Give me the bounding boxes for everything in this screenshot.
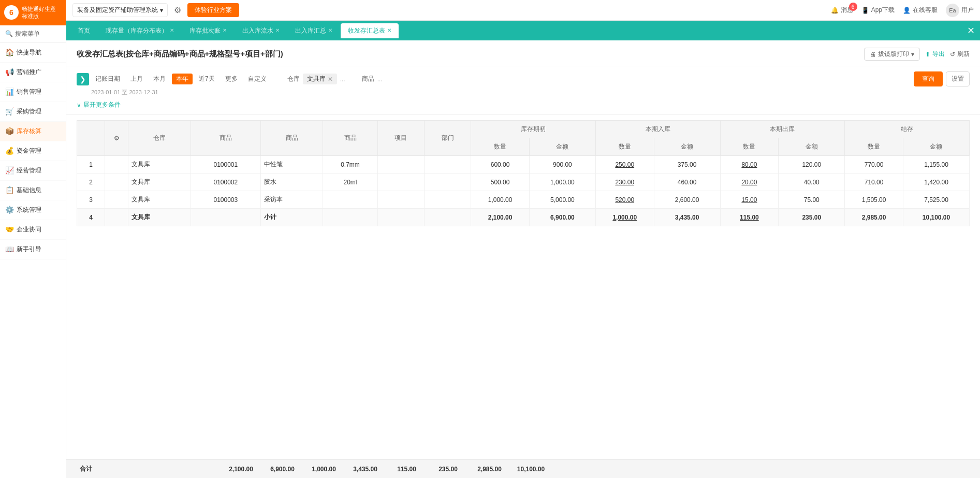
tab-in-out-flow-close[interactable]: ✕ — [275, 28, 280, 33]
sidebar-item-purchase[interactable]: 🛒 采购管理 — [0, 102, 66, 122]
tab-in-out-summary[interactable]: 出入库汇总 ✕ — [288, 23, 340, 38]
date-btn-this-year[interactable]: 本年 — [172, 74, 193, 84]
sidebar-item-enterprise[interactable]: 🤝 企业协同 — [0, 220, 66, 240]
page-header: 收发存汇总表(按仓库+商品编码+商品+规格型号+项目+部门) 🖨 拔镜版打印 ▾… — [66, 40, 980, 66]
settings-btn[interactable]: 设置 — [946, 71, 970, 86]
link-row-in-qty[interactable]: 250.00 — [615, 161, 634, 168]
row-out-qty[interactable]: 15.00 — [720, 191, 779, 209]
sidebar-item-operation[interactable]: 📈 经营管理 — [0, 161, 66, 181]
product-more-btn[interactable]: ... — [377, 76, 383, 83]
date-btn-custom[interactable]: 自定义 — [244, 74, 271, 84]
link-row-in-qty[interactable]: 1,000.00 — [612, 214, 637, 221]
refresh-btn[interactable]: ↺ 刷新 — [950, 50, 970, 59]
link-row-out-qty[interactable]: 20.00 — [741, 179, 757, 186]
row-project — [377, 156, 424, 173]
sidebar-item-label: 基础信息 — [17, 186, 41, 195]
th-goods-spec: 商品 — [323, 121, 377, 156]
row-in-qty[interactable]: 230.00 — [595, 173, 654, 191]
th-balance: 结存 — [845, 121, 970, 138]
table-row: 1文具库0100001中性笔0.7mm600.00900.00250.00375… — [77, 156, 970, 173]
home-icon: 🏠 — [5, 48, 13, 56]
tab-recv-send-summary-close[interactable]: ✕ — [387, 28, 391, 33]
row-balance-amount: 7,525.00 — [903, 191, 969, 209]
row-out-qty[interactable]: 80.00 — [720, 156, 779, 173]
th-index — [77, 121, 105, 156]
query-btn[interactable]: 查询 — [914, 71, 943, 86]
sidebar-item-label: 采购管理 — [17, 107, 41, 116]
warehouse-tag-close-btn[interactable]: ✕ — [328, 76, 333, 83]
system-selector[interactable]: 装备及固定资产辅助管理系统 ▾ — [72, 3, 168, 17]
sidebar-item-basic-info[interactable]: 📋 基础信息 — [0, 181, 66, 200]
th-dept: 部门 — [424, 121, 471, 156]
export-label: 导出 — [932, 50, 945, 59]
row-out-qty[interactable]: 115.00 — [720, 209, 779, 226]
expand-more-btn[interactable]: ∨ 展开更多条件 — [77, 100, 970, 109]
sidebar-item-sales[interactable]: 📊 销售管理 — [0, 82, 66, 102]
export-btn[interactable]: ⬆ 导出 — [925, 50, 945, 59]
date-btn-last-month[interactable]: 上月 — [126, 74, 147, 84]
row-in-qty[interactable]: 250.00 — [595, 156, 654, 173]
sidebar-item-search[interactable]: 🔍 搜索菜单 — [0, 25, 66, 43]
tab-in-out-flow[interactable]: 出入库流水 ✕ — [235, 23, 287, 38]
close-all-tabs-icon[interactable]: ✕ — [967, 25, 975, 36]
sidebar-item-system[interactable]: ⚙️ 系统管理 — [0, 200, 66, 220]
megaphone-icon: 📢 — [5, 68, 13, 76]
row-opening-amount: 1,000.00 — [529, 173, 595, 191]
gear-settings-icon[interactable]: ⚙ — [174, 5, 181, 15]
row-warehouse: 文具库 — [128, 209, 191, 226]
column-settings-icon[interactable]: ⚙ — [114, 135, 120, 142]
th-warehouse: 仓库 — [128, 121, 191, 156]
sidebar-item-guide[interactable]: 📖 新手引导 — [0, 240, 66, 259]
link-row-out-qty[interactable]: 80.00 — [741, 161, 757, 168]
experience-btn[interactable]: 体验行业方案 — [187, 3, 239, 17]
online-service-btn[interactable]: 👤 在线客服 — [903, 6, 938, 15]
trending-icon: 📈 — [5, 166, 13, 175]
bottom-bar: 合计 2,100.00 6,900.00 1,000.00 3,435.00 1… — [66, 459, 980, 478]
topbar-actions: 🔔 消息 6 📱 App下载 👤 在线客服 Ea 用户 — [831, 4, 974, 17]
sidebar-item-inventory[interactable]: 📦 库存核算 — [0, 122, 66, 141]
tab-in-out-summary-close[interactable]: ✕ — [328, 28, 332, 33]
avatar: Ea — [946, 4, 959, 17]
row-goods-name: 采访本 — [261, 191, 323, 209]
link-row-out-qty[interactable]: 15.00 — [741, 196, 757, 204]
sidebar: 6 畅捷通好生意 标准版 🔍 搜索菜单 🏠 快捷导航 📢 营销推广 📊 销售管理… — [0, 0, 66, 478]
link-row-in-qty[interactable]: 520.00 — [615, 196, 634, 204]
filter-product: 商品 ... — [362, 75, 383, 83]
sidebar-item-finance[interactable]: 💰 资金管理 — [0, 141, 66, 161]
box-icon: 📦 — [5, 127, 13, 135]
print-btn[interactable]: 🖨 拔镜版打印 ▾ — [864, 48, 920, 61]
link-row-out-qty[interactable]: 115.00 — [740, 214, 759, 221]
sidebar-item-quick-nav[interactable]: 🏠 快捷导航 — [0, 43, 66, 63]
app-download-btn[interactable]: 📱 App下载 — [861, 6, 895, 15]
sidebar-item-marketing[interactable]: 📢 营销推广 — [0, 63, 66, 82]
row-in-qty[interactable]: 520.00 — [595, 191, 654, 209]
footer-opening-amount: 6,900.00 — [260, 466, 304, 473]
date-filter-buttons: 上月 本月 本年 近7天 更多 自定义 — [126, 74, 271, 84]
sidebar-item-label: 系统管理 — [17, 206, 41, 214]
date-btn-7days[interactable]: 近7天 — [195, 74, 219, 84]
row-balance-qty: 770.00 — [845, 156, 903, 173]
date-btn-this-month[interactable]: 本月 — [149, 74, 170, 84]
tab-home[interactable]: 首页 — [70, 23, 97, 38]
warehouse-more-btn[interactable]: ... — [340, 76, 345, 83]
row-out-qty[interactable]: 20.00 — [720, 173, 779, 191]
tab-recv-send-summary[interactable]: 收发存汇总表 ✕ — [341, 23, 399, 38]
row-opening-qty: 1,000.00 — [471, 191, 530, 209]
tab-stock-dist[interactable]: 现存量（库存分布表） ✕ — [98, 23, 181, 38]
logo-icon: 6 — [4, 5, 19, 20]
tab-batch-account[interactable]: 库存批次账 ✕ — [182, 23, 234, 38]
sidebar-logo[interactable]: 6 畅捷通好生意 标准版 — [0, 0, 66, 25]
notification-btn[interactable]: 🔔 消息 6 — [831, 6, 853, 15]
filter-collapse-btn[interactable]: ❯ — [77, 73, 89, 85]
row-in-qty[interactable]: 1,000.00 — [595, 209, 654, 226]
link-row-in-qty[interactable]: 230.00 — [615, 179, 634, 186]
row-opening-qty: 600.00 — [471, 156, 530, 173]
row-dept — [424, 156, 471, 173]
row-balance-qty: 710.00 — [845, 173, 903, 191]
tab-stock-dist-close[interactable]: ✕ — [170, 28, 174, 33]
date-btn-more[interactable]: 更多 — [221, 74, 242, 84]
tab-batch-account-close[interactable]: ✕ — [223, 28, 227, 33]
notification-badge: 6 — [849, 3, 857, 11]
warehouse-tag: 文具库 ✕ — [303, 74, 337, 84]
user-btn[interactable]: Ea 用户 — [946, 4, 974, 17]
